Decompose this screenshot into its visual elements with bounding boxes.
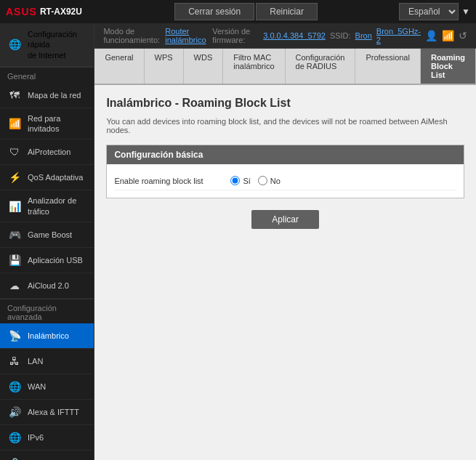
ssid-2g[interactable]: Bron [355, 31, 372, 40]
tab-professional[interactable]: Professional [355, 49, 421, 84]
logo-area: ASUS RT-AX92U [6, 6, 93, 17]
page-description: You can add devices into roaming block l… [106, 117, 464, 134]
roaming-block-row: Enable roaming block list Sí No [114, 172, 456, 190]
sidebar-item-aiprotection[interactable]: 🛡 AiProtection [0, 140, 94, 165]
config-table: Configuración básica Enable roaming bloc… [106, 145, 464, 198]
wan-icon: 🌐 [7, 379, 22, 394]
sidebar-label-qos: QoS Adaptativa [28, 172, 83, 182]
main-layout: 🌐 Configuración rápida de Internet Gener… [0, 23, 476, 460]
restart-button[interactable]: Reiniciar [256, 3, 318, 20]
apply-button[interactable]: Aplicar [251, 210, 319, 229]
sidebar-item-alexa[interactable]: 🔊 Alexa & IFTTT [0, 400, 94, 425]
close-session-button[interactable]: Cerrar sesión [174, 3, 254, 20]
traffic-analyzer-icon: 📊 [7, 199, 22, 214]
tab-mac-filter[interactable]: Filtro MAC inalámbrico [223, 49, 285, 84]
sidebar-label-traffic-analyzer: Analizador de tráfico [28, 195, 86, 217]
sidebar-label-guest-network: Red para invitados [28, 113, 86, 134]
sidebar-label-network-map: Mapa de la red [28, 90, 81, 100]
firmware-label: Versión de firmware: [212, 27, 259, 44]
sidebar-item-guest-network[interactable]: 📶 Red para invitados [0, 108, 94, 140]
sidebar-item-lan[interactable]: 🖧 LAN [0, 349, 94, 374]
sidebar-item-wan[interactable]: 🌐 WAN [0, 374, 94, 400]
model-name: RT-AX92U [40, 7, 82, 17]
tab-bar: General WPS WDS Filtro MAC inalámbrico C… [94, 49, 476, 85]
sidebar-label-usb-app: Aplicación USB [28, 255, 83, 265]
chevron-down-icon: ▼ [461, 7, 470, 17]
config-table-header: Configuración básica [107, 145, 464, 164]
sidebar-item-traffic-analyzer[interactable]: 📊 Analizador de tráfico [0, 190, 94, 222]
mode-label: Modo de funcionamiento: [103, 27, 161, 44]
refresh-icon[interactable]: ↺ [459, 30, 467, 41]
aicloud-icon: ☁ [7, 278, 22, 293]
ssid-label: SSID: [330, 31, 351, 40]
ipv6-icon: 🌐 [7, 430, 22, 445]
radio-yes-label: Sí [243, 177, 250, 185]
sidebar-label-lan: LAN [28, 356, 43, 366]
sidebar-label-game-boost: Game Boost [28, 230, 72, 240]
sidebar: 🌐 Configuración rápida de Internet Gener… [0, 23, 94, 460]
network-map-icon: 🗺 [7, 88, 22, 102]
sidebar-section-advanced: Configuración avanzada [0, 299, 94, 323]
tab-radius[interactable]: Configuración de RADIUS [286, 49, 356, 84]
sidebar-item-game-boost[interactable]: 🎮 Game Boost [0, 222, 94, 248]
tab-wps[interactable]: WPS [145, 49, 184, 84]
radio-no-option[interactable]: No [258, 176, 281, 185]
content-area: Modo de funcionamiento: Router inalámbri… [94, 23, 476, 460]
internet-config-icon: 🌐 [7, 37, 22, 52]
signal-icon[interactable]: 📶 [442, 30, 454, 41]
sidebar-item-usb-app[interactable]: 💾 Aplicación USB [0, 248, 94, 273]
roaming-block-value: Sí No [230, 176, 280, 185]
radio-yes-input[interactable] [230, 176, 240, 185]
tab-roaming-block[interactable]: Roaming Block List [421, 49, 476, 84]
lang-select: Español English ▼ [399, 3, 470, 20]
topbar-buttons: Cerrar sesión Reiniciar [93, 3, 399, 20]
qos-icon: ⚡ [7, 170, 22, 185]
ssid-5g[interactable]: Bron_5GHz-2 [376, 27, 421, 44]
language-dropdown[interactable]: Español English [399, 3, 459, 20]
tab-general[interactable]: General [94, 49, 144, 84]
asus-logo: ASUS [6, 6, 37, 17]
info-bar: Modo de funcionamiento: Router inalámbri… [94, 23, 476, 49]
mode-value[interactable]: Router inalámbrico [165, 27, 208, 44]
person-icon[interactable]: 👤 [425, 30, 437, 41]
sidebar-item-qos[interactable]: ⚡ QoS Adaptativa [0, 165, 94, 190]
sidebar-item-vpn[interactable]: 🔒 VPN [0, 451, 94, 460]
sidebar-label-ipv6: IPv6 [28, 432, 44, 443]
sidebar-item-internet-config[interactable]: 🌐 Configuración rápida de Internet [0, 23, 94, 67]
config-table-body: Enable roaming block list Sí No [107, 164, 464, 198]
sidebar-item-network-map[interactable]: 🗺 Mapa de la red [0, 83, 94, 108]
guest-network-icon: 📶 [7, 116, 22, 131]
apply-btn-row: Aplicar [106, 210, 464, 229]
sidebar-item-ipv6[interactable]: 🌐 IPv6 [0, 425, 94, 451]
radio-no-label: No [270, 177, 281, 185]
sidebar-item-aicloud[interactable]: ☁ AiCloud 2.0 [0, 273, 94, 299]
tab-wds[interactable]: WDS [184, 49, 224, 84]
sidebar-label-aicloud: AiCloud 2.0 [28, 281, 69, 291]
page-content: Inalámbrico - Roaming Block List You can… [94, 85, 476, 460]
lan-icon: 🖧 [7, 354, 22, 368]
sidebar-label-alexa: Alexa & IFTTT [28, 407, 79, 417]
roaming-block-label: Enable roaming block list [114, 177, 230, 185]
alexa-icon: 🔊 [7, 405, 22, 419]
radio-no-input[interactable] [258, 176, 267, 185]
topbar: ASUS RT-AX92U Cerrar sesión Reiniciar Es… [0, 0, 476, 23]
internet-config-label: Configuración rápida de Internet [28, 29, 86, 60]
sidebar-label-wan: WAN [28, 382, 46, 392]
sidebar-label-wireless: Inalámbrico [28, 331, 69, 341]
page-title: Inalámbrico - Roaming Block List [106, 97, 464, 110]
sidebar-section-general: General [0, 67, 94, 83]
usb-app-icon: 💾 [7, 253, 22, 267]
firmware-value[interactable]: 3.0.0.4.384_5792 [263, 31, 326, 40]
vpn-icon: 🔒 [7, 456, 22, 460]
wireless-icon: 📡 [7, 328, 22, 343]
aiprotection-icon: 🛡 [7, 145, 22, 159]
game-boost-icon: 🎮 [7, 227, 22, 242]
sidebar-label-aiprotection: AiProtection [28, 147, 70, 157]
info-bar-icons: 👤 📶 ↺ [425, 30, 467, 41]
radio-yes-option[interactable]: Sí [230, 176, 250, 185]
sidebar-item-wireless[interactable]: 📡 Inalámbrico [0, 323, 94, 349]
